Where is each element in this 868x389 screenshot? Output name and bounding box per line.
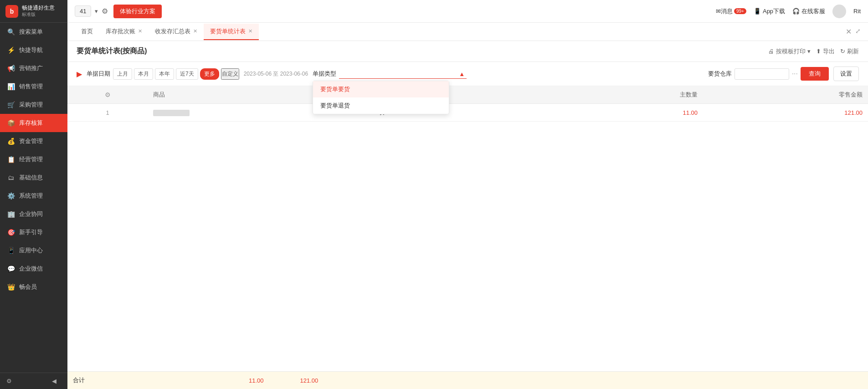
settings-gear-icon[interactable]: ⚙	[102, 7, 108, 15]
dropdown-item-return[interactable]: 要货单退货	[313, 97, 449, 114]
sidebar-item-wechat[interactable]: 💬 企业微信	[0, 260, 67, 278]
tab-receivable-summary[interactable]: 收发存汇总表 ✕	[149, 24, 204, 40]
sidebar-item-search[interactable]: 🔍 搜索菜单	[0, 23, 67, 41]
shortcut-icon: ⚡	[6, 46, 15, 55]
this-month-btn[interactable]: 本月	[134, 68, 153, 80]
data-table: ⚙ 商品 主计量单位 主数量 零售金额 1	[67, 86, 868, 122]
settings-icon[interactable]: ⚙	[6, 378, 12, 384]
this-year-btn[interactable]: 本年	[155, 68, 174, 80]
dropdown-arrow[interactable]: ▾	[95, 8, 98, 15]
page-content: 要货单统计表(按商品) 🖨 按模板打印 ▾ ⬆ 导出 ↻ 刷新	[67, 41, 868, 371]
page-actions: 🖨 按模板打印 ▾ ⬆ 导出 ↻ 刷新	[768, 47, 859, 56]
custom-date-btn[interactable]: 自定义	[221, 68, 239, 80]
filter-toggle[interactable]: ▶	[77, 70, 82, 78]
sales-icon: 📊	[6, 82, 15, 91]
sidebar: b 畅捷通好生意 标准版 🔍 搜索菜单 ⚡ 快捷导航 📢 营销推广 📊 销售管理…	[0, 0, 67, 389]
sidebar-item-system[interactable]: ⚙️ 系统管理	[0, 187, 67, 205]
phone-icon: 📱	[754, 8, 761, 15]
type-dropdown-arrow[interactable]: ▲	[459, 71, 465, 77]
sidebar-item-shortcut[interactable]: ⚡ 快捷导航	[0, 41, 67, 59]
online-service-button[interactable]: 🎧 在线客服	[792, 7, 825, 15]
messages-button[interactable]: ✉ 消息 99+	[716, 7, 746, 15]
sidebar-item-base[interactable]: 🗂 基础信息	[0, 169, 67, 187]
maximize-icon[interactable]: ⤢	[855, 27, 861, 36]
sidebar-item-sales[interactable]: 📊 销售管理	[0, 77, 67, 96]
sidebar-nav: 🔍 搜索菜单 ⚡ 快捷导航 📢 营销推广 📊 销售管理 🛒 采购管理 📦 库存核…	[0, 23, 67, 373]
date-filter-group: 单据日期 上月 本月 本年 近7天 更多 自定义 2023-05-06 至 20…	[87, 68, 308, 80]
topbar: 41 ▾ ⚙ 体验行业方案 ✉ 消息 99+ 📱 App下载 🎧 在线客服 Ri…	[67, 0, 868, 23]
col-quantity: 主数量	[566, 86, 703, 104]
search-icon: 🔍	[6, 27, 15, 36]
tab-requisition-stats[interactable]: 要货单统计表 ✕	[204, 24, 259, 40]
refresh-button[interactable]: ↻ 刷新	[840, 47, 859, 56]
print-button[interactable]: 🖨 按模板打印 ▾	[768, 47, 811, 56]
sidebar-item-enterprise[interactable]: 🏢 企业协同	[0, 205, 67, 223]
tab-inventory-batch[interactable]: 库存批次账 ✕	[99, 24, 149, 40]
wechat-icon: 💬	[6, 264, 15, 273]
user-avatar[interactable]	[832, 5, 846, 18]
record-number: 41	[75, 5, 91, 17]
close-receivable-tab[interactable]: ✕	[193, 28, 197, 34]
print-arrow-icon: ▾	[807, 48, 811, 55]
sidebar-item-purchase[interactable]: 🛒 采购管理	[0, 96, 67, 114]
topbar-left: 41 ▾ ⚙ 体验行业方案	[75, 5, 716, 18]
close-all-tabs[interactable]: ✕	[846, 27, 852, 36]
purchase-icon: 🛒	[6, 100, 15, 109]
sidebar-item-member[interactable]: 👑 畅会员	[0, 278, 67, 296]
cell-amount: 121.00	[703, 104, 868, 122]
warehouse-filter-group: 要货仓库 ··· 查询 设置	[708, 67, 859, 81]
date-buttons: 上月 本月 本年 近7天 更多 自定义	[113, 68, 239, 80]
app-name: 畅捷通好生意	[22, 5, 55, 12]
trial-button[interactable]: 体验行业方案	[113, 5, 162, 18]
sidebar-item-finance[interactable]: 💰 资金管理	[0, 132, 67, 150]
table-row: 1 块 11.00 121.00	[67, 104, 868, 122]
close-requisition-tab[interactable]: ✕	[248, 28, 252, 34]
app-download-button[interactable]: 📱 App下载	[754, 7, 785, 15]
system-icon: ⚙️	[6, 191, 15, 200]
last-7-days-btn[interactable]: 近7天	[176, 68, 198, 80]
type-filter-group: 单据类型 ▲ 要货单要货 要货单退货	[313, 69, 467, 79]
sidebar-item-marketing[interactable]: 📢 营销推广	[0, 59, 67, 77]
date-range: 2023-05-06 至 2023-06-06	[244, 70, 308, 78]
tab-home[interactable]: 首页	[75, 24, 99, 40]
date-filter-label: 单据日期	[87, 70, 110, 78]
sidebar-item-operations[interactable]: 📋 经营管理	[0, 150, 67, 169]
app-logo: b 畅捷通好生意 标准版	[0, 0, 67, 23]
table-header: ⚙ 商品 主计量单位 主数量 零售金额	[67, 86, 868, 104]
col-settings-icon[interactable]: ⚙	[105, 91, 111, 98]
sidebar-item-inventory[interactable]: 📦 库存核算	[0, 114, 67, 132]
tabs-actions: ✕ ⤢	[846, 27, 861, 36]
col-amount: 零售金额	[703, 86, 868, 104]
dropdown-item-requisition[interactable]: 要货单要货	[313, 81, 449, 97]
filter-bar: ▶ 单据日期 上月 本月 本年 近7天 更多 自定义 2023-05-06 至 …	[67, 62, 868, 86]
type-input-container: ▲	[339, 69, 467, 79]
page-title: 要货单统计表(按商品)	[77, 46, 147, 56]
refresh-icon: ↻	[840, 48, 845, 55]
topbar-right: ✉ 消息 99+ 📱 App下载 🎧 在线客服 Rit	[716, 5, 861, 18]
query-button[interactable]: 查询	[801, 67, 829, 81]
export-icon: ⬆	[816, 48, 821, 55]
warehouse-input[interactable]	[734, 68, 789, 80]
page: 要货单统计表(按商品) 🖨 按模板打印 ▾ ⬆ 导出 ↻ 刷新	[67, 41, 868, 371]
warehouse-more-btn[interactable]: ···	[792, 70, 798, 78]
user-name: Rit	[853, 8, 861, 15]
export-button[interactable]: ⬆ 导出	[816, 47, 835, 56]
total-amount: 121.00	[300, 377, 318, 384]
message-icon: ✉	[716, 8, 721, 15]
cell-index: 1	[67, 104, 148, 122]
page-header: 要货单统计表(按商品) 🖨 按模板打印 ▾ ⬆ 导出 ↻ 刷新	[67, 41, 868, 62]
collapse-icon[interactable]: ◀	[52, 378, 56, 384]
apps-icon: 📱	[6, 246, 15, 255]
type-input[interactable]	[339, 69, 467, 79]
sidebar-item-apps[interactable]: 📱 应用中心	[0, 241, 67, 260]
main-content: 41 ▾ ⚙ 体验行业方案 ✉ 消息 99+ 📱 App下载 🎧 在线客服 Ri…	[67, 0, 868, 389]
col-index: ⚙	[67, 86, 148, 104]
cell-quantity: 11.00	[566, 104, 703, 122]
settings-button[interactable]: 设置	[833, 67, 859, 81]
total-row: 合计 11.00 121.00	[67, 371, 868, 389]
close-inventory-batch-tab[interactable]: ✕	[138, 28, 142, 34]
last-month-btn[interactable]: 上月	[113, 68, 132, 80]
sidebar-item-newbie[interactable]: 🎯 新手引导	[0, 223, 67, 241]
more-dates-btn[interactable]: 更多	[200, 68, 219, 80]
type-dropdown-menu: 要货单要货 要货单退货	[313, 81, 449, 114]
